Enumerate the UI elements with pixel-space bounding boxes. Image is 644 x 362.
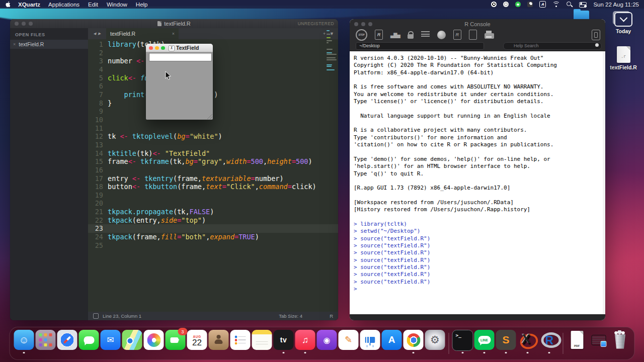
dock-line[interactable]: LINE — [474, 330, 495, 353]
dock-launchpad[interactable] — [36, 330, 56, 353]
status-input-source-icon[interactable]: A — [539, 1, 546, 8]
rdoc-icon[interactable]: R — [453, 30, 461, 40]
close-file-icon[interactable]: × — [13, 42, 16, 47]
status-control-center-icon[interactable] — [579, 2, 587, 7]
dock-appstore[interactable]: A — [382, 330, 402, 353]
running-indicator — [505, 352, 507, 354]
dock-messages[interactable] — [79, 330, 99, 353]
code-text: click<- function(){ — [108, 74, 338, 82]
code-area[interactable]: 1library(tcltk)2 3number <- tclVar("")4 … — [88, 39, 338, 312]
desktop-file-textfield[interactable]: .r textField.R — [607, 46, 639, 70]
resize-grip[interactable] — [206, 113, 212, 119]
console-input-line: > source("textField.R") — [354, 271, 598, 278]
status-spotlight-icon[interactable] — [567, 2, 573, 8]
console-output-line — [354, 76, 598, 83]
syntax-indicator[interactable]: R — [330, 313, 333, 319]
tab-size-indicator[interactable]: Tab Size: 4 — [279, 313, 302, 319]
dock-pages[interactable]: ✎ — [339, 330, 359, 353]
desktop-stack-today[interactable]: Today — [607, 12, 639, 34]
code-text: tkpack(entry,side="top") — [108, 216, 338, 225]
menubar-app-name[interactable]: XQuartz — [18, 2, 40, 8]
dock-settings[interactable]: ⚙ — [425, 330, 445, 353]
menubar-item-applications[interactable]: Applications — [48, 2, 79, 8]
dock-photos[interactable] — [144, 330, 164, 353]
dock-appletv[interactable]: tv — [274, 330, 294, 353]
status-record-icon[interactable] — [491, 2, 497, 7]
menubar-clock[interactable]: Sun 22 Aug 11:25 — [593, 2, 639, 8]
tab-close-icon[interactable]: × — [172, 31, 175, 36]
menubar-item-window[interactable]: Window — [107, 2, 127, 8]
textfield-entry-input[interactable] — [149, 53, 212, 61]
console-output-line: Type 'q()' to quit R. — [354, 170, 598, 177]
dock-minimized[interactable] — [589, 330, 609, 353]
minimize-button[interactable] — [155, 46, 159, 50]
stop-icon[interactable]: STOP — [356, 29, 367, 41]
dock-sublime[interactable]: S — [496, 330, 516, 353]
dock-mail[interactable]: ✉ — [101, 330, 121, 353]
source-icon[interactable]: R — [375, 30, 383, 40]
close-button[interactable] — [354, 22, 358, 26]
dock-terminal[interactable]: >_ — [453, 330, 473, 353]
minimap[interactable] — [327, 30, 337, 73]
editor-tabbar: ◀▶ textField.R × +▼ — [88, 28, 338, 39]
dock-finder[interactable]: ☺ — [14, 330, 34, 353]
console-input-line: > source("textField.R") — [354, 249, 598, 256]
dock-xquartz[interactable]: X — [518, 330, 538, 353]
zoom-button[interactable] — [368, 22, 372, 26]
list-icon[interactable] — [421, 31, 430, 38]
dock-r[interactable]: R — [539, 330, 559, 353]
zoom-button[interactable] — [161, 46, 165, 50]
vintage-mode-icon[interactable] — [93, 313, 99, 319]
zoom-button[interactable] — [29, 22, 33, 26]
apple-menu-icon[interactable] — [5, 1, 11, 8]
line-number: 24 — [88, 233, 108, 241]
help-search-input[interactable] — [503, 42, 602, 50]
dock-calendar[interactable]: AUG22 — [187, 330, 207, 353]
status-wifi-icon[interactable] — [552, 2, 560, 7]
console-titlebar[interactable]: R Console — [350, 19, 605, 29]
textfield-titlebar[interactable]: X TextField — [146, 44, 213, 52]
working-directory-field[interactable] — [356, 42, 484, 50]
close-button[interactable] — [149, 46, 153, 50]
dock-pdf[interactable]: PDF — [567, 330, 587, 353]
new-tab-icon[interactable]: + — [323, 31, 326, 36]
dock-music[interactable]: ♫ — [295, 330, 315, 353]
tab-textfield[interactable]: textField.R × — [106, 28, 179, 39]
dock-contacts[interactable] — [209, 330, 229, 353]
sphere-icon[interactable] — [437, 31, 446, 39]
dock-notes[interactable] — [252, 330, 272, 353]
plot-icon[interactable]: ▃▆▄ — [390, 31, 400, 38]
dock-safari[interactable] — [57, 330, 77, 353]
line-icon: LINE — [474, 330, 495, 350]
dock-keynote[interactable] — [360, 330, 380, 353]
safari-icon — [57, 330, 77, 350]
dock-divider — [449, 333, 449, 354]
drawer-icon[interactable] — [592, 30, 600, 40]
menubar-item-edit[interactable]: Edit — [88, 2, 98, 8]
line-number: 4 — [88, 65, 108, 74]
doc-icon[interactable] — [469, 30, 477, 40]
dock-reminders[interactable] — [230, 330, 251, 353]
console-output-line — [354, 105, 598, 112]
console-output[interactable]: R version 4.0.3 (2020-10-10) -- "Bunny-W… — [350, 51, 605, 314]
minimize-button[interactable] — [22, 22, 26, 26]
editor-titlebar[interactable]: textField.R UNREGISTERED — [10, 19, 338, 28]
line-number: 23 — [88, 224, 108, 233]
status-moon-icon[interactable] — [527, 2, 533, 7]
close-button[interactable] — [15, 22, 19, 26]
dock-podcasts[interactable]: ◉ — [317, 330, 337, 353]
status-line-status-icon[interactable] — [515, 2, 521, 7]
dock-maps[interactable] — [122, 330, 142, 353]
dock-trash[interactable] — [610, 330, 630, 353]
menubar-item-help[interactable]: Help — [136, 2, 148, 8]
lock-icon[interactable] — [408, 31, 414, 39]
tab-scroll-arrows[interactable]: ◀▶ — [88, 28, 106, 39]
xquartz-icon: X — [518, 330, 538, 350]
minimize-button[interactable] — [361, 22, 365, 26]
dock-facetime[interactable]: 3 — [166, 330, 186, 353]
sidebar-item-textfield[interactable]: × textField.R — [10, 40, 88, 49]
status-creative-cloud-icon[interactable] — [503, 2, 509, 7]
dock-chrome[interactable] — [404, 330, 424, 353]
code-text: tk <- tktoplevel(bg="white") — [108, 132, 338, 141]
print-icon[interactable] — [485, 31, 494, 39]
